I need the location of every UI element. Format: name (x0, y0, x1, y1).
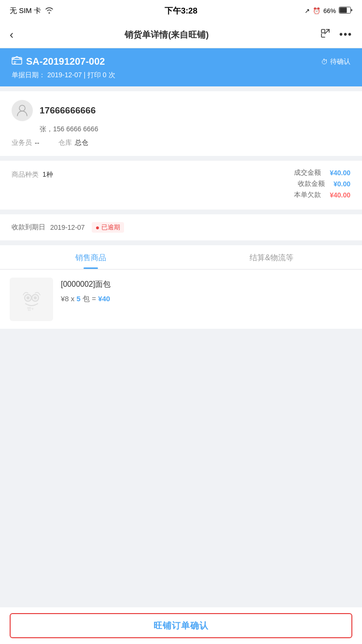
status-bar: 无 SIM 卡 下午3:28 ↗ ⏰ 66% (0, 0, 362, 21)
amounts-section: 商品种类 1种 成交金额 ¥40.00 收款金额 ¥0.00 本单欠款 ¥40.… (0, 161, 362, 210)
battery-text: 66% (323, 7, 336, 14)
alert-icon: ● (96, 224, 99, 231)
battery-icon (339, 7, 352, 15)
amount-label-2: 收款金额 (298, 180, 325, 188)
product-quantity: 5 (77, 294, 81, 303)
status-time: 下午3:28 (165, 5, 197, 16)
warehouse-value: 总仓 (75, 139, 88, 147)
warehouse-info: 仓库 总仓 (58, 139, 88, 147)
more-icon[interactable]: ••• (339, 29, 352, 40)
overdue-badge: ● 已逾期 (92, 222, 124, 233)
tab-label-1: 结算&物流等 (250, 253, 293, 262)
clock-icon: ⏱ (321, 58, 328, 66)
amount-row-3: 本单欠款 ¥40.00 (294, 191, 350, 199)
alarm-icon: ⏰ (313, 7, 320, 14)
order-number: SA-20191207-002 (12, 56, 105, 67)
salesperson-value: -- (35, 139, 39, 147)
svg-point-8 (34, 296, 37, 299)
status-badge: ⏱ 待确认 (321, 57, 350, 66)
header-date: 单据日期： 2019-12-07 | 打印 0 次 (12, 71, 350, 80)
order-id: SA-20191207-002 (26, 56, 105, 67)
tab-sales-products[interactable]: 销售商品 (0, 245, 181, 269)
amount-label-1: 成交金额 (294, 168, 321, 177)
tab-label-0: 销售商品 (75, 253, 106, 262)
product-unit: 包 (83, 294, 90, 303)
tabs-container: 销售商品 结算&物流等 (0, 245, 362, 269)
due-date-value: 2019-12-07 (50, 224, 85, 231)
svg-rect-1 (340, 7, 347, 13)
amount-label-3: 本单欠款 (294, 191, 321, 199)
carrier-text: 无 SIM 卡 (10, 6, 41, 15)
svg-text:管+: 管+ (27, 307, 34, 311)
customer-row: 17666666666 (12, 100, 350, 121)
amount-value-1: ¥40.00 (330, 169, 350, 177)
customer-phone: 17666666666 (40, 105, 96, 116)
product-kind-label: 商品种类 (12, 170, 39, 179)
product-info: [0000002]面包 ¥8 x 5 包 = ¥40 (61, 278, 352, 304)
unit-price: ¥8 (61, 294, 69, 303)
salesperson-info: 业务员 -- (12, 139, 39, 147)
product-kind-value: 1种 (42, 170, 53, 179)
location-icon: ↗ (305, 7, 310, 14)
nav-actions: ••• (320, 28, 352, 41)
product-name: [0000002]面包 (61, 280, 352, 290)
page-title: 销货单详情(来自旺铺) (125, 29, 209, 41)
svg-point-4 (19, 105, 25, 111)
product-item: 管+ [0000002]面包 ¥8 x 5 包 = ¥40 (10, 278, 352, 321)
product-total: ¥40 (98, 294, 110, 303)
customer-name: 张，156 6666 6666 (40, 125, 350, 134)
back-button[interactable]: ‹ (10, 28, 14, 42)
empty-area (0, 329, 362, 416)
header-card: SA-20191207-002 ⏱ 待确认 单据日期： 2019-12-07 |… (0, 48, 362, 86)
salesperson-label: 业务员 (12, 139, 32, 147)
amounts-right: 成交金额 ¥40.00 收款金额 ¥0.00 本单欠款 ¥40.00 (294, 168, 350, 202)
confirm-order-button[interactable]: 旺铺订单确认 (10, 613, 352, 638)
amount-row-2: 收款金额 ¥0.00 (294, 180, 350, 188)
product-price: ¥8 x 5 包 = ¥40 (61, 294, 352, 304)
amount-value-2: ¥0.00 (334, 180, 350, 188)
customer-info-row: 业务员 -- 仓库 总仓 (12, 139, 350, 147)
svg-rect-2 (321, 29, 325, 33)
due-date-label: 收款到期日 (12, 223, 45, 232)
order-icon (12, 56, 22, 67)
avatar (12, 100, 33, 121)
share-icon[interactable] (320, 28, 331, 41)
bottom-bar: 旺铺订单确认 (0, 607, 362, 644)
tab-settlement[interactable]: 结算&物流等 (181, 245, 362, 269)
svg-point-7 (27, 296, 29, 299)
nav-bar: ‹ 销货单详情(来自旺铺) ••• (0, 21, 362, 48)
overdue-text: 已逾期 (101, 223, 120, 232)
product-thumbnail: 管+ (10, 278, 53, 321)
wifi-icon (45, 7, 54, 15)
status-text: 待确认 (330, 57, 350, 66)
status-left: 无 SIM 卡 (10, 6, 54, 15)
amount-value-3: ¥40.00 (330, 191, 350, 199)
status-right: ↗ ⏰ 66% (305, 7, 352, 15)
amount-row-1: 成交金额 ¥40.00 (294, 168, 350, 177)
customer-section: 17666666666 张，156 6666 6666 业务员 -- 仓库 总仓 (0, 91, 362, 156)
product-kind: 商品种类 1种 (12, 168, 53, 179)
product-section: 管+ [0000002]面包 ¥8 x 5 包 = ¥40 (0, 270, 362, 329)
due-date-section: 收款到期日 2019-12-07 ● 已逾期 (0, 214, 362, 240)
warehouse-label: 仓库 (58, 139, 72, 147)
